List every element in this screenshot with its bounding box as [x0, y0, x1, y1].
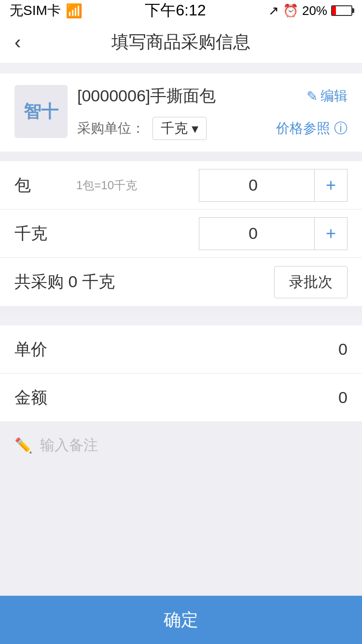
bao-input-wrapper: +: [199, 169, 348, 202]
edit-label: 编辑: [320, 87, 348, 105]
section-divider-2: [0, 306, 362, 316]
kg-label: 千克: [14, 223, 72, 245]
unit-price-row: 单价 0: [0, 325, 362, 374]
status-bar: 无SIM卡 📶 下午6:12 ↗ ⏰ 20%: [0, 0, 362, 21]
amount-row: 金额 0: [0, 374, 362, 422]
summary-text: 共采购 0 千克: [14, 271, 115, 293]
carrier-text: 无SIM卡: [10, 1, 61, 20]
bao-label: 包: [14, 174, 72, 196]
unit-price-value: 0: [338, 340, 348, 359]
nav-bar: ‹ 填写商品采购信息: [0, 21, 362, 64]
status-right: ↗ ⏰ 20%: [268, 3, 352, 18]
battery-text: 20%: [302, 3, 327, 18]
status-left: 无SIM卡 📶: [10, 1, 83, 20]
back-button[interactable]: ‹: [14, 31, 21, 53]
unit-selector[interactable]: 千克 ▾: [153, 117, 207, 140]
amount-value: 0: [338, 388, 348, 407]
amount-label: 金额: [14, 387, 338, 409]
battery-fill: [332, 6, 336, 15]
help-icon: ⓘ: [334, 119, 348, 138]
bao-sub-label: 1包=10千克: [76, 178, 199, 193]
page-title: 填写商品采购信息: [111, 30, 251, 54]
purchase-unit-row: 采购单位： 千克 ▾ 价格参照 ⓘ: [77, 117, 348, 140]
purchase-unit-label: 采购单位：: [77, 119, 145, 138]
product-card: 智十 [0000006]手撕面包 ✎ 编辑 采购单位： 千克 ▾ 价格参照 ⓘ: [0, 73, 362, 152]
edit-icon: ✎: [306, 88, 318, 104]
edit-button[interactable]: ✎ 编辑: [306, 87, 348, 105]
unit-price-label: 单价: [14, 338, 338, 361]
product-name: [0000006]手撕面包: [77, 85, 216, 107]
kg-input-section: 千克 +: [0, 210, 362, 258]
price-ref-button[interactable]: 价格参照 ⓘ: [276, 119, 348, 138]
bao-input[interactable]: [199, 169, 315, 202]
bao-plus-button[interactable]: +: [315, 169, 348, 202]
kg-input[interactable]: [199, 217, 315, 250]
confirm-button[interactable]: 确定: [0, 596, 362, 644]
pencil-icon: ✏️: [14, 437, 32, 454]
product-image: 智十: [14, 85, 68, 138]
summary-row: 共采购 0 千克 录批次: [0, 258, 362, 306]
location-icon: ↗: [268, 3, 279, 18]
section-divider-1: [0, 152, 362, 161]
price-section: 单价 0 金额 0: [0, 325, 362, 422]
kg-input-wrapper: +: [199, 217, 348, 250]
battery-icon: [331, 5, 352, 16]
unit-text: 千克: [161, 119, 188, 138]
wifi-icon: 📶: [66, 3, 83, 19]
remark-placeholder: 输入备注: [40, 435, 98, 455]
status-time: 下午6:12: [145, 0, 206, 21]
price-ref-label: 价格参照: [276, 119, 330, 138]
dropdown-icon: ▾: [192, 121, 198, 137]
kg-plus-button[interactable]: +: [315, 217, 348, 250]
batch-button[interactable]: 录批次: [274, 266, 348, 298]
product-info: [0000006]手撕面包 ✎ 编辑 采购单位： 千克 ▾ 价格参照 ⓘ: [77, 85, 348, 140]
bao-input-section: 包 1包=10千克 +: [0, 161, 362, 210]
product-name-row: [0000006]手撕面包 ✎ 编辑: [77, 85, 348, 107]
kg-input-row: 千克 +: [0, 210, 362, 258]
bao-input-row: 包 1包=10千克 +: [0, 161, 362, 210]
alarm-icon: ⏰: [283, 3, 298, 18]
product-logo: 智十: [24, 100, 58, 124]
remark-section[interactable]: ✏️ 输入备注: [0, 422, 362, 469]
